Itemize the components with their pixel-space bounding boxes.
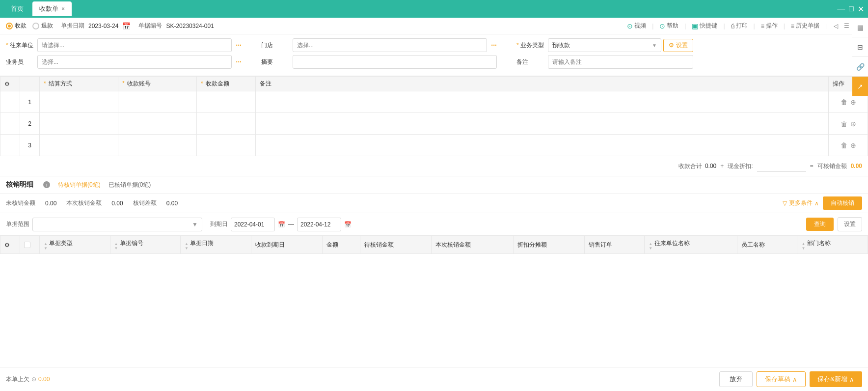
tab-active[interactable]: 收款单 × — [32, 1, 72, 16]
col-settings-header[interactable]: ⚙ — [0, 77, 20, 91]
row2-settings — [0, 113, 20, 135]
row2-remark[interactable] — [256, 113, 829, 135]
window-maximize-icon[interactable]: □ — [849, 4, 854, 13]
store-ellipsis[interactable]: ··· — [491, 41, 497, 49]
date-from-input[interactable] — [231, 218, 275, 231]
row3-delete-icon[interactable]: 🗑 — [841, 141, 847, 149]
diff-value: 0.00 — [166, 200, 178, 207]
unchecked-value: 0.00 — [45, 200, 56, 207]
sidebar-expand-icon[interactable]: ↗ — [852, 77, 868, 96]
history-btn[interactable]: ≡ 历史单据 — [789, 21, 821, 31]
col-amount-header[interactable]: * 收款金额 — [197, 77, 256, 91]
more-filter-btn[interactable]: ▽ 更多条件 ∧ — [783, 199, 819, 207]
range-select[interactable]: ▼ — [32, 218, 202, 231]
select-all-checkbox[interactable] — [24, 242, 30, 248]
abandon-btn[interactable]: 放弃 — [719, 371, 753, 387]
save-new-arrow: ∧ — [849, 376, 854, 383]
row1-amount[interactable] — [197, 91, 256, 113]
col-doc-no-header[interactable]: ▲▼ 单据编号 — [110, 236, 181, 254]
filter-chevron: ∧ — [814, 200, 819, 207]
summary-label: 摘要 — [261, 58, 291, 66]
col-checkbox-header[interactable] — [20, 236, 40, 254]
date-to-input[interactable] — [297, 218, 341, 231]
date-value: 2023-03-24 — [88, 23, 118, 29]
tab-home[interactable]: 首页 — [4, 1, 30, 16]
row1-jiesuan[interactable] — [40, 91, 118, 113]
row2-jiesuan[interactable] — [40, 113, 118, 135]
store-input[interactable] — [293, 38, 487, 52]
salesperson-input[interactable] — [37, 55, 232, 69]
radio-tuikuan[interactable]: 退款 — [32, 22, 53, 30]
row2-delete-icon[interactable]: 🗑 — [841, 120, 847, 128]
row1-remark[interactable] — [256, 91, 829, 113]
counterpart-ellipsis[interactable]: ··· — [236, 41, 242, 49]
sidebar-list-icon[interactable]: ⊟ — [852, 37, 868, 57]
store-label: 门店 — [261, 41, 291, 50]
done-tab[interactable]: 已核销单据(0笔) — [108, 181, 151, 189]
date-calendar-icon[interactable]: 📅 — [122, 22, 131, 30]
date-calendar-from-icon[interactable]: 📅 — [278, 221, 285, 228]
filter-row: 单据范围 ▼ 到期日 📅 — 📅 查询 设置 — [0, 213, 868, 236]
tab-close-btn[interactable]: × — [61, 5, 65, 12]
query-btn[interactable]: 查询 — [806, 218, 834, 231]
col-jiesuan-header[interactable]: * 结算方式 — [40, 77, 118, 91]
discount-label2: 折扣分摊额 — [517, 241, 547, 248]
row1-copy-icon[interactable]: ⊕ — [850, 98, 856, 106]
col-settings2-header[interactable]: ⚙ — [0, 236, 20, 254]
col-doc-date-header[interactable]: ▲▼ 单据日期 — [181, 236, 251, 254]
radio-tuikuan-label: 退款 — [41, 22, 53, 30]
video-btn[interactable]: ⊙ 视频 — [625, 21, 648, 31]
salesperson-field: 业务员 ··· — [6, 55, 242, 69]
row1-account[interactable] — [118, 91, 197, 113]
window-close-icon[interactable]: ✕ — [858, 4, 864, 14]
summary-input[interactable] — [293, 55, 497, 69]
save-draft-btn[interactable]: 保存草稿 ∧ — [757, 371, 806, 387]
biz-type-select[interactable]: 预收款 ▼ — [548, 38, 661, 52]
col-doc-type-header[interactable]: ▲▼ 单据类型 — [40, 236, 110, 254]
pending-tab[interactable]: 待核销单据(0笔) — [58, 181, 101, 189]
save-new-btn[interactable]: 保存&新增 ∧ — [810, 371, 862, 387]
divider5: | — [784, 23, 785, 29]
help-label: 帮助 — [667, 22, 678, 30]
sidebar-link-icon[interactable]: 🔗 — [852, 57, 868, 77]
col-counterpart-name-header[interactable]: ▲▼ 往来单位名称 — [645, 236, 737, 254]
row3-amount[interactable] — [197, 135, 256, 156]
counterpart-input[interactable] — [37, 38, 232, 52]
help-btn[interactable]: ⊙ 帮助 — [657, 21, 680, 31]
radio-shoukuan[interactable]: 收款 — [6, 22, 27, 30]
salesperson-ellipsis[interactable]: ··· — [236, 58, 242, 66]
form-settings-btn[interactable]: ⚙ 设置 — [663, 39, 693, 52]
layout-prev-icon[interactable]: ◁ — [831, 21, 841, 31]
action-label: 操作 — [833, 80, 844, 87]
discount-input[interactable] — [757, 160, 806, 172]
row3-copy-icon[interactable]: ⊕ — [850, 141, 856, 149]
main-content: 收款 退款 单据日期 2023-03-24 📅 单据编号 SK-20230324… — [0, 18, 868, 391]
row2-amount[interactable] — [197, 113, 256, 135]
receipt-table: ⚙ * 结算方式 * 收款账号 * 收款金额 — [0, 76, 868, 156]
save-draft-arrow: ∧ — [792, 376, 797, 383]
row3-jiesuan[interactable] — [40, 135, 118, 156]
date-calendar-to-icon[interactable]: 📅 — [344, 221, 352, 228]
col-account-header[interactable]: * 收款账号 — [118, 77, 197, 91]
toolbar-actions: ⊙ 视频 | ⊙ 帮助 | ▣ 快捷键 | ⎙ 打印 | ≡ 操作 | — [625, 21, 862, 31]
pending-amount-label: 待核销金额 — [364, 241, 394, 248]
row2-copy-icon[interactable]: ⊕ — [850, 120, 856, 128]
sidebar-table-icon[interactable]: ▦ — [852, 18, 868, 37]
auto-verify-btn[interactable]: 自动核销 — [823, 196, 862, 210]
status-info-icon[interactable]: ⊙ — [31, 376, 36, 383]
verification-info-icon[interactable]: i — [43, 181, 50, 188]
operation-btn[interactable]: ≡ 操作 — [759, 21, 780, 31]
notes-input[interactable] — [548, 55, 693, 69]
biz-type-value: 预收款 — [552, 41, 650, 50]
row1-delete-icon[interactable]: 🗑 — [841, 98, 847, 106]
shortcut-icon: ▣ — [692, 22, 698, 30]
row3-remark[interactable] — [256, 135, 829, 156]
layout-list-icon[interactable]: ☰ — [841, 21, 851, 31]
row2-account[interactable] — [118, 113, 197, 135]
window-minimize-icon[interactable]: — — [837, 4, 845, 13]
col-dept-header[interactable]: ▲▼ 部门名称 — [797, 236, 868, 254]
filter-settings-btn[interactable]: 设置 — [838, 217, 862, 231]
row3-account[interactable] — [118, 135, 197, 156]
print-btn[interactable]: ⎙ 打印 — [729, 21, 750, 31]
shortcut-btn[interactable]: ▣ 快捷键 — [690, 21, 719, 31]
